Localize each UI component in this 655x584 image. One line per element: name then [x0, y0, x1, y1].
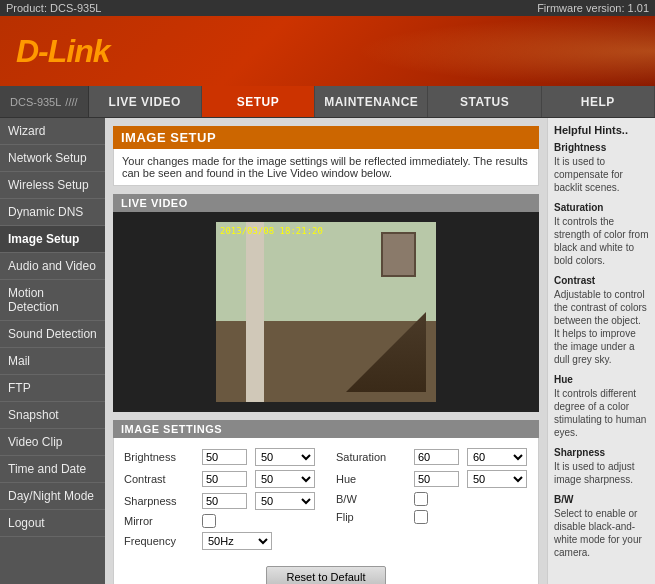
camera-feed: 2013/03/08 18:21:20 [216, 222, 436, 402]
contrast-row: Contrast 50 [124, 470, 316, 488]
sidebar-item-image-setup[interactable]: Image Setup [0, 226, 105, 253]
tab-live-video[interactable]: LIVE VIDEO [89, 86, 202, 117]
hint-contrast-text: Adjustable to control the contrast of co… [554, 288, 649, 366]
hint-hue: Hue It controls different degree of a co… [554, 374, 649, 439]
sidebar-item-wizard[interactable]: Wizard [0, 118, 105, 145]
hue-select[interactable]: 50 [467, 470, 527, 488]
settings-grid: Brightness 50 Contrast 50 [124, 448, 528, 554]
bw-row: B/W [336, 492, 528, 506]
flip-row: Flip [336, 510, 528, 524]
brightness-select[interactable]: 50 [255, 448, 315, 466]
sidebar-item-wireless-setup[interactable]: Wireless Setup [0, 172, 105, 199]
nav-model: DCS-935L //// [0, 86, 89, 117]
content: IMAGE SETUP Your changes made for the im… [105, 118, 547, 584]
sidebar-item-dynamic-dns[interactable]: Dynamic DNS [0, 199, 105, 226]
hue-label: Hue [336, 473, 406, 485]
tab-setup[interactable]: SETUP [202, 86, 315, 117]
sidebar-item-day-night[interactable]: Day/Night Mode [0, 483, 105, 510]
hint-brightness-text: It is used to compensate for backlit sce… [554, 155, 649, 194]
sidebar-item-sound-detection[interactable]: Sound Detection [0, 321, 105, 348]
header: D-Link [0, 16, 655, 86]
flip-label: Flip [336, 511, 406, 523]
tab-status[interactable]: STATUS [428, 86, 541, 117]
logo-text: D-Link [16, 33, 110, 69]
mirror-checkbox[interactable] [202, 514, 216, 528]
hint-contrast-title: Contrast [554, 275, 649, 286]
bw-checkbox[interactable] [414, 492, 428, 506]
image-settings-body: Brightness 50 Contrast 50 [113, 438, 539, 584]
hint-bw: B/W Select to enable or disable black-an… [554, 494, 649, 559]
hint-saturation-text: It controls the strength of color from b… [554, 215, 649, 267]
contrast-input[interactable] [202, 471, 247, 487]
hue-input[interactable] [414, 471, 459, 487]
sidebar-item-ftp[interactable]: FTP [0, 375, 105, 402]
sidebar-item-audio-video[interactable]: Audio and Video [0, 253, 105, 280]
brightness-input[interactable] [202, 449, 247, 465]
saturation-input[interactable] [414, 449, 459, 465]
hint-brightness-title: Brightness [554, 142, 649, 153]
hint-bw-title: B/W [554, 494, 649, 505]
live-video-container: 2013/03/08 18:21:20 [113, 212, 539, 412]
hint-sharpness: Sharpness It is used to adjust image sha… [554, 447, 649, 486]
sidebar-item-logout[interactable]: Logout [0, 510, 105, 537]
sharpness-label: Sharpness [124, 495, 194, 507]
image-setup-description: Your changes made for the image settings… [113, 149, 539, 186]
sidebar-item-mail[interactable]: Mail [0, 348, 105, 375]
tab-maintenance[interactable]: MAINTENANCE [315, 86, 428, 117]
sharpness-select[interactable]: 50 [255, 492, 315, 510]
hint-sharpness-title: Sharpness [554, 447, 649, 458]
frequency-select[interactable]: 50Hz 60Hz [202, 532, 272, 550]
main: Wizard Network Setup Wireless Setup Dyna… [0, 118, 655, 584]
sidebar-item-snapshot[interactable]: Snapshot [0, 402, 105, 429]
frequency-label: Frequency [124, 535, 194, 547]
right-panel: Helpful Hints.. Brightness It is used to… [547, 118, 655, 584]
brightness-label: Brightness [124, 451, 194, 463]
mirror-row: Mirror [124, 514, 316, 528]
logo: D-Link [16, 33, 110, 70]
saturation-select[interactable]: 60 [467, 448, 527, 466]
mirror-label: Mirror [124, 515, 194, 527]
frequency-row: Frequency 50Hz 60Hz [124, 532, 316, 550]
camera-pillar [246, 222, 264, 402]
bw-label: B/W [336, 493, 406, 505]
reset-btn-container: Reset to Default [124, 566, 528, 584]
firmware-label: Firmware version: 1.01 [537, 2, 649, 14]
tab-help[interactable]: HELP [542, 86, 655, 117]
image-setup-header: IMAGE SETUP [113, 126, 539, 149]
live-video-header: LIVE VIDEO [113, 194, 539, 212]
sidebar-item-time-date[interactable]: Time and Date [0, 456, 105, 483]
hint-brightness: Brightness It is used to compensate for … [554, 142, 649, 194]
hint-hue-title: Hue [554, 374, 649, 385]
hint-bw-text: Select to enable or disable black-and-wh… [554, 507, 649, 559]
sidebar-item-network-setup[interactable]: Network Setup [0, 145, 105, 172]
helpful-hints-header: Helpful Hints.. [554, 124, 649, 136]
left-settings: Brightness 50 Contrast 50 [124, 448, 316, 554]
hint-contrast: Contrast Adjustable to control the contr… [554, 275, 649, 366]
product-label: Product: DCS-935L [6, 2, 101, 14]
top-bar: Product: DCS-935L Firmware version: 1.01 [0, 0, 655, 16]
image-settings-header: IMAGE SETTINGS [113, 420, 539, 438]
right-settings: Saturation 60 Hue 50 B/W [336, 448, 528, 554]
hint-hue-text: It controls different degree of a color … [554, 387, 649, 439]
saturation-row: Saturation 60 [336, 448, 528, 466]
sidebar-item-video-clip[interactable]: Video Clip [0, 429, 105, 456]
hint-sharpness-text: It is used to adjust image sharpness. [554, 460, 649, 486]
reset-to-default-button[interactable]: Reset to Default [266, 566, 387, 584]
brightness-row: Brightness 50 [124, 448, 316, 466]
sidebar-item-motion-detection[interactable]: Motion Detection [0, 280, 105, 321]
camera-timestamp: 2013/03/08 18:21:20 [220, 226, 323, 236]
sidebar: Wizard Network Setup Wireless Setup Dyna… [0, 118, 105, 584]
contrast-select[interactable]: 50 [255, 470, 315, 488]
sharpness-input[interactable] [202, 493, 247, 509]
camera-picture [381, 232, 416, 277]
contrast-label: Contrast [124, 473, 194, 485]
hint-saturation-title: Saturation [554, 202, 649, 213]
nav-tabs: DCS-935L //// LIVE VIDEO SETUP MAINTENAN… [0, 86, 655, 118]
saturation-label: Saturation [336, 451, 406, 463]
hue-row: Hue 50 [336, 470, 528, 488]
hint-saturation: Saturation It controls the strength of c… [554, 202, 649, 267]
sharpness-row: Sharpness 50 [124, 492, 316, 510]
flip-checkbox[interactable] [414, 510, 428, 524]
